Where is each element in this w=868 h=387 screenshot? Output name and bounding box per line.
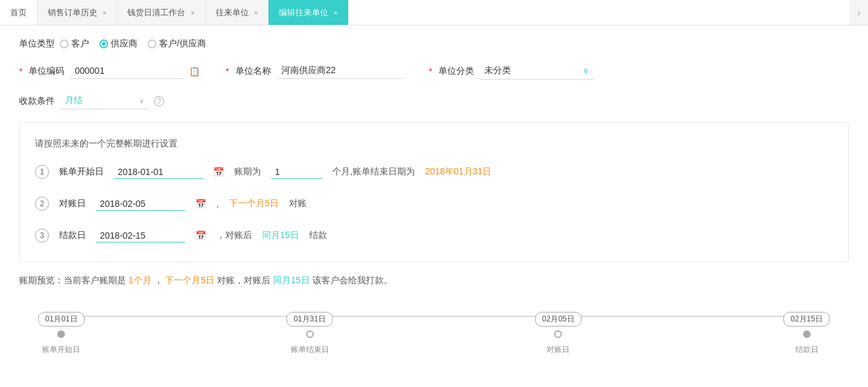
- payment-term-arrow-icon: ∨: [139, 97, 144, 104]
- radio-supplier[interactable]: 供应商: [99, 38, 137, 50]
- timeline-date-1: 01月31日: [286, 312, 333, 327]
- radio-supplier-label: 供应商: [111, 38, 137, 50]
- timeline-node-2: [554, 330, 562, 338]
- unit-category-star: *: [429, 66, 432, 76]
- tab-cash-work[interactable]: 钱货日清工作台 ×: [117, 0, 205, 25]
- settings-card: 请按照未来的一个完整帐期进行设置 1 账单开始日 📅 账期为 个月,账单结束日期…: [19, 122, 849, 262]
- preview-part1: 1个月: [129, 275, 151, 285]
- tab-sales-history[interactable]: 销售订单历史 ×: [38, 0, 117, 25]
- timeline-points: 01月01日 账单开始日 01月31日 账单结束日 02月05日 对账日 02月…: [38, 302, 830, 355]
- unit-code-copy-icon[interactable]: 📋: [189, 66, 200, 76]
- tab-cash-work-label: 钱货日清工作台: [127, 7, 185, 18]
- tab-home-label: 首页: [10, 7, 27, 18]
- timeline-label-3: 结款日: [795, 344, 818, 355]
- step-1-end-date: 2018年01月31日: [425, 166, 491, 178]
- unit-code-input[interactable]: [69, 63, 184, 79]
- unit-code-label: 单位编码: [29, 66, 64, 77]
- step-1-date-input[interactable]: [114, 165, 203, 179]
- tab-edit-partner[interactable]: 编辑往来单位 ×: [269, 0, 348, 25]
- unit-name-group: * 单位名称: [225, 63, 403, 79]
- step-1-period-input[interactable]: [271, 165, 322, 179]
- unit-code-star: *: [19, 66, 22, 76]
- step-3-label: 结款日: [59, 230, 86, 241]
- step-1-period-label: 账期为: [234, 166, 261, 178]
- timeline-label-0: 账单开始日: [42, 344, 80, 355]
- unit-category-group: * 单位分类 未分类 ∨: [429, 62, 594, 80]
- step-2-num: 2: [35, 197, 49, 211]
- tab-home[interactable]: 首页: [0, 0, 38, 25]
- unit-name-star: *: [225, 66, 228, 76]
- radio-both-circle: [148, 39, 157, 48]
- timeline-node-1: [306, 330, 314, 338]
- timeline-label-1: 账单结束日: [291, 344, 329, 355]
- unit-category-label: 单位分类: [438, 66, 474, 77]
- unit-category-dropdown[interactable]: 未分类 ∨: [479, 62, 594, 80]
- unit-type-row: 单位类型 客户 供应商 客户/供应商: [19, 38, 849, 50]
- preview-sep1: ，: [154, 275, 163, 285]
- unit-code-group: * 单位编码 📋: [19, 63, 200, 79]
- step-1-row: 1 账单开始日 📅 账期为 个月,账单结束日期为 2018年01月31日: [35, 165, 833, 179]
- timeline-date-3: 02月15日: [783, 312, 830, 327]
- timeline-label-2: 对账日: [547, 344, 570, 355]
- unit-category-value: 未分类: [484, 65, 583, 76]
- preview-part2: 下一个月5日: [165, 275, 214, 285]
- step-2-label: 对账日: [59, 198, 86, 209]
- unit-info-row: * 单位编码 📋 * 单位名称 * 单位分类 未分类 ∨: [19, 62, 849, 80]
- tab-partner-label: 往来单位: [216, 7, 249, 18]
- tab-edit-partner-close[interactable]: ×: [333, 9, 337, 17]
- timeline-point-3: 02月15日 结款日: [783, 302, 830, 355]
- step-1-num: 1: [35, 165, 49, 179]
- settings-card-title: 请按照未来的一个完整帐期进行设置: [35, 138, 833, 150]
- unit-type-label: 单位类型: [19, 38, 55, 50]
- main-content: 单位类型 客户 供应商 客户/供应商 * 单位编码: [0, 25, 868, 387]
- radio-customer-circle: [60, 39, 69, 48]
- step-2-calendar-icon[interactable]: 📅: [195, 199, 206, 209]
- unit-category-chevron-icon: ∨: [583, 66, 589, 75]
- unit-name-label: 单位名称: [235, 66, 271, 77]
- payment-term-label: 收款条件: [19, 95, 55, 107]
- step-2-date-input[interactable]: [96, 197, 185, 211]
- timeline-point-0: 01月01日 账单开始日: [38, 302, 85, 355]
- payment-term-select[interactable]: 月结 ∨: [60, 92, 149, 109]
- step-2-row: 2 对账日 📅 , 下一个月5日 对账: [35, 197, 833, 211]
- step-3-date-input[interactable]: [96, 229, 185, 243]
- step-2-prefix: ,: [216, 199, 219, 209]
- step-3-prefix: ，对账后: [216, 230, 252, 241]
- step-3-calendar-icon[interactable]: 📅: [195, 230, 206, 241]
- radio-both-label: 客户/供应商: [159, 38, 206, 50]
- step-1-period-unit: 个月,账单结束日期为: [332, 166, 415, 178]
- timeline-node-3: [803, 330, 811, 338]
- payment-term-row: 收款条件 月结 ∨ ?: [19, 92, 849, 109]
- step-3-row: 3 结款日 📅 ，对账后 同月15日 结款: [35, 229, 833, 243]
- radio-both[interactable]: 客户/供应商: [148, 38, 206, 50]
- tab-sales-history-close[interactable]: ×: [102, 9, 106, 17]
- step-2-highlight: 下一个月5日: [229, 198, 279, 209]
- payment-term-group: 收款条件 月结 ∨ ?: [19, 92, 164, 109]
- tab-bar: 首页 销售订单历史 × 钱货日清工作台 × 往来单位 × 编辑往来单位 × ›: [0, 0, 868, 25]
- unit-type-radios: 客户 供应商 客户/供应商: [60, 38, 206, 50]
- timeline-point-2: 02月05日 对账日: [535, 302, 582, 355]
- payment-term-value: 月结: [65, 95, 137, 106]
- radio-customer-label: 客户: [71, 38, 89, 50]
- step-1-calendar-icon[interactable]: 📅: [213, 167, 224, 177]
- radio-customer[interactable]: 客户: [60, 38, 89, 50]
- step-3-num: 3: [35, 229, 49, 243]
- tab-edit-partner-label: 编辑往来单位: [279, 7, 328, 18]
- unit-type-group: 单位类型 客户 供应商 客户/供应商: [19, 38, 206, 50]
- tab-sales-history-label: 销售订单历史: [48, 7, 97, 18]
- preview-end: 该客户会给我打款。: [312, 275, 393, 285]
- tab-partner-close[interactable]: ×: [254, 9, 258, 17]
- preview-sep2: 对账，对账后: [217, 275, 270, 285]
- tab-scroll-arrow[interactable]: ›: [850, 0, 868, 25]
- timeline-wrapper: 01月01日 账单开始日 01月31日 账单结束日 02月05日 对账日 02月…: [19, 302, 849, 355]
- payment-term-help-icon[interactable]: ?: [154, 96, 164, 106]
- preview-part3: 同月15日: [273, 275, 310, 285]
- tab-cash-work-close[interactable]: ×: [190, 9, 194, 17]
- timeline-node-0: [57, 330, 65, 338]
- step-3-highlight: 同月15日: [262, 230, 299, 241]
- unit-name-input[interactable]: [276, 63, 403, 79]
- step-3-suffix: 结款: [309, 230, 327, 241]
- preview-label: 账期预览：当前客户账期是: [19, 275, 126, 285]
- tab-partner[interactable]: 往来单位 ×: [206, 0, 269, 25]
- timeline-date-2: 02月05日: [535, 312, 582, 327]
